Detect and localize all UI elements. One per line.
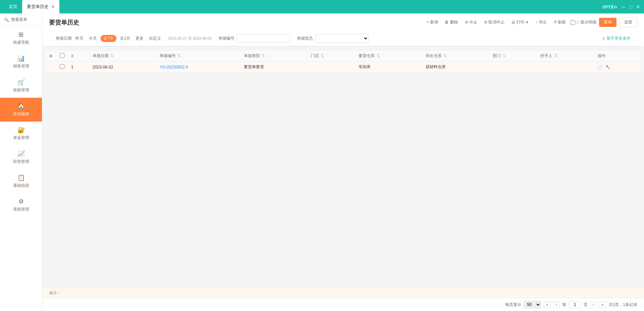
sidebar-inventory-label: 库存核算: [13, 111, 29, 117]
row-type: 要货单要货: [240, 62, 308, 73]
sidebar-search[interactable]: 🔍 搜索菜单: [0, 13, 42, 26]
col-pending-warehouse-sort: ⇅: [443, 53, 447, 58]
col-store-sort: ⇅: [321, 53, 324, 58]
row-no-link[interactable]: YH-20230602-0: [160, 65, 188, 70]
query-button[interactable]: 查询: [599, 18, 616, 27]
maximize-btn[interactable]: □: [630, 4, 632, 9]
inventory-icon: 🏠: [17, 102, 25, 110]
row-operation: 📄 🔧: [594, 62, 641, 73]
new-button[interactable]: + 新增: [425, 18, 440, 27]
stop-button[interactable]: ⊘ 中止: [463, 18, 479, 27]
status-filter-label: 单据状态: [297, 36, 313, 41]
sidebar-basic-label: 基础信息: [13, 183, 29, 188]
col-dept-label: 部门: [493, 53, 501, 58]
show-detail-group: □ 显示明细: [571, 19, 596, 25]
row-no: YH-20230602-0: [156, 62, 240, 73]
date-custom-btn[interactable]: 自定义: [147, 35, 163, 42]
col-date-label: 单据日期: [93, 53, 109, 58]
export-button[interactable]: ↑ 导出: [534, 18, 549, 27]
expand-filter-btn[interactable]: ∨ 展开更多条件: [602, 36, 631, 41]
summary-label: 合计：: [49, 291, 61, 295]
content-area: 要货单历史 + 新增 🗑 删除 ⊘ 中止 ⊘ 取消中止 🖨: [42, 13, 644, 311]
date-today-btn[interactable]: 今天: [87, 35, 99, 42]
status-select[interactable]: [315, 34, 369, 43]
sidebar-item-sales[interactable]: 📊 销售管理: [0, 50, 42, 74]
brand-label: OfTEn: [602, 4, 617, 9]
col-operation-label: 操作: [598, 53, 606, 58]
row-store: [308, 62, 355, 73]
col-no-sort: ⇅: [177, 53, 181, 58]
date-1month-btn[interactable]: 近1月: [118, 35, 132, 42]
setting-button[interactable]: 设置: [619, 17, 637, 27]
pagination: 每页显示 50 10 20 100 « ‹ 第 页 › » 共1页，1条记录: [42, 298, 644, 311]
row-checkbox: [56, 62, 68, 73]
tab-close-icon[interactable]: ✕: [51, 4, 55, 9]
query-label: 查询: [604, 19, 612, 25]
sidebar-search-label: 搜索菜单: [11, 17, 27, 23]
orderno-filter-label: 单据编号: [218, 36, 234, 41]
page-number-input[interactable]: [569, 301, 581, 308]
row-select-checkbox[interactable]: [60, 64, 64, 69]
page-size-select[interactable]: 50 10 20 100: [524, 301, 541, 308]
page-title-row: 要货单历史 + 新增 🗑 删除 ⊘ 中止 ⊘ 取消中止 🖨: [49, 17, 637, 27]
row-req-warehouse: 车间库: [355, 62, 422, 73]
row-handler: [537, 62, 594, 73]
new-label: + 新增: [427, 19, 438, 25]
col-type-sort: ⇅: [262, 53, 265, 58]
window-close-btn[interactable]: ✕: [636, 4, 640, 9]
table-area: ⚙ # 单据日期 ⇅ 单据编号 ⇅: [42, 47, 644, 288]
show-detail-checkbox[interactable]: [571, 20, 575, 25]
col-req-warehouse[interactable]: 要货仓库 ⇅: [355, 50, 422, 62]
row-op1-btn[interactable]: 📄: [598, 65, 603, 70]
col-no[interactable]: 单据编号 ⇅: [156, 50, 240, 62]
select-all-checkbox[interactable]: [60, 53, 64, 58]
prev-page-btn[interactable]: ‹: [553, 301, 559, 308]
show-detail-label: □ 显示明细: [577, 19, 596, 25]
cancel-stop-button[interactable]: ⊘ 取消中止: [482, 18, 506, 27]
col-req-warehouse-sort: ⇅: [377, 53, 380, 58]
sidebar-item-system[interactable]: ⚙ 系统管理: [0, 193, 42, 217]
delete-button[interactable]: 🗑 删除: [443, 18, 460, 27]
sidebar-item-finance[interactable]: 🔐 资金管理: [0, 122, 42, 145]
next-page-btn[interactable]: ›: [590, 301, 596, 308]
sidebar-item-inventory[interactable]: 🏠 库存核算: [0, 98, 42, 122]
sidebar-quicknav-label: 快捷导航: [13, 40, 29, 45]
basic-icon: 📋: [17, 174, 25, 181]
operation-icon: 📈: [17, 150, 25, 158]
col-store[interactable]: 门店 ⇅: [308, 50, 355, 62]
col-handler[interactable]: 经手人 ⇅: [537, 50, 594, 62]
sidebar-item-purchase[interactable]: 🛒 采购管理: [0, 74, 42, 98]
sidebar-item-operation[interactable]: 📈 经营管理: [0, 145, 42, 169]
col-type-label: 单据类型: [244, 53, 260, 58]
sidebar-item-quicknav[interactable]: ⊞ 快捷导航: [0, 26, 42, 50]
col-req-warehouse-label: 要货仓库: [359, 53, 375, 58]
tab-home[interactable]: 首页: [4, 0, 22, 13]
sidebar-item-basic[interactable]: 📋 基础信息: [0, 169, 42, 193]
page-header: 要货单历史 + 新增 🗑 删除 ⊘ 中止 ⊘ 取消中止 🖨: [42, 13, 644, 47]
date-filter-label: 单据日期: [56, 36, 72, 41]
col-pending-warehouse[interactable]: 待出仓库 ⇅: [422, 50, 489, 62]
col-operation: 操作: [594, 50, 641, 62]
last-page-btn[interactable]: »: [599, 301, 606, 308]
tab-yaohuodan[interactable]: 要货单历史 ✕: [22, 0, 59, 13]
table-footer: 合计：: [42, 288, 644, 298]
tab-home-label: 首页: [9, 4, 17, 10]
first-page-btn[interactable]: «: [544, 301, 551, 308]
col-dept[interactable]: 部门 ⇅: [489, 50, 537, 62]
table-header-row: ⚙ # 单据日期 ⇅ 单据编号 ⇅: [46, 50, 641, 62]
minimize-btn[interactable]: —: [621, 4, 626, 9]
sales-icon: 📊: [17, 55, 25, 62]
col-type[interactable]: 单据类型 ⇅: [240, 50, 308, 62]
date-more-btn[interactable]: 更多: [134, 35, 145, 42]
date-7days-btn[interactable]: 近7天: [101, 35, 116, 42]
col-settings[interactable]: ⚙: [46, 50, 56, 62]
row-op2-btn[interactable]: 🔧: [605, 65, 610, 70]
toolbar: + 新增 🗑 删除 ⊘ 中止 ⊘ 取消中止 🖨 打印 ▼: [425, 17, 637, 27]
row-date: 2023-06-02: [89, 62, 156, 73]
print-button[interactable]: 🖨 打印 ▼: [509, 18, 531, 27]
refresh-button[interactable]: ↺ 刷新: [551, 18, 568, 27]
orderno-input[interactable]: [236, 34, 290, 42]
col-date[interactable]: 单据日期 ⇅: [89, 50, 156, 62]
date-yesterday-btn[interactable]: 昨天: [74, 35, 85, 42]
print-dropdown-icon[interactable]: ▼: [526, 20, 529, 24]
